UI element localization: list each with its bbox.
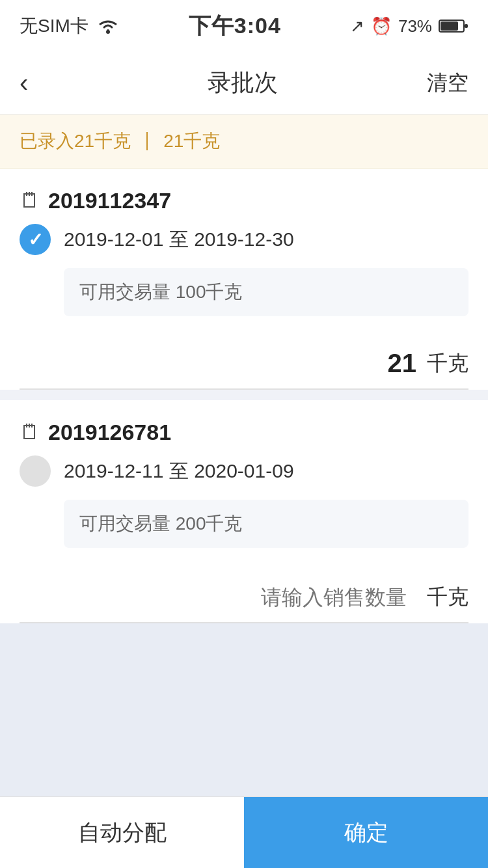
batch-doc-icon-2: 🗒 — [20, 420, 40, 444]
status-left: 无SIM卡 — [20, 14, 120, 38]
info-divider — [146, 132, 148, 150]
recorded-info: 已录入21千克 — [20, 129, 131, 154]
svg-rect-2 — [441, 21, 458, 31]
svg-rect-3 — [465, 24, 468, 28]
status-time: 下午3:04 — [189, 11, 281, 41]
batch-header-1: 🗒 2019112347 — [20, 188, 468, 213]
batch-number-1: 2019112347 — [48, 188, 171, 213]
amount-unit-1: 千克 — [427, 349, 468, 378]
batch-number-2: 2019126781 — [48, 420, 171, 445]
total-info: 21千克 — [163, 129, 220, 154]
radio-selected-1[interactable]: ✓ — [20, 224, 51, 255]
amount-row-1: 21 千克 — [0, 336, 488, 378]
batch-available-1: 可用交易量 100千克 — [64, 268, 468, 316]
svg-point-0 — [106, 30, 110, 34]
auto-distribute-button[interactable]: 自动分配 — [0, 797, 244, 868]
info-banner: 已录入21千克 21千克 — [0, 115, 488, 169]
page-title: 录批次 — [208, 67, 278, 99]
back-button[interactable]: ‹ — [20, 68, 59, 98]
batch-doc-icon-1: 🗒 — [20, 189, 40, 213]
carrier-label: 无SIM卡 — [20, 14, 88, 38]
section-gap — [0, 390, 488, 400]
alarm-icon: ⏰ — [371, 16, 392, 36]
content-wrapper: 已录入21千克 21千克 🗒 2019112347 ✓ 2019-12-01 至… — [0, 115, 488, 868]
wifi-icon — [96, 18, 120, 34]
batch-available-2: 可用交易量 200千克 — [64, 500, 468, 548]
amount-value-1: 21 — [388, 349, 417, 378]
nav-bar: ‹ 录批次 清空 — [0, 52, 488, 115]
input-row-2: 千克 — [0, 567, 488, 612]
batch-card-2: 🗒 2019126781 2019-12-11 至 2020-01-09 可用交… — [0, 400, 488, 623]
status-bar: 无SIM卡 下午3:04 ↗ ⏰ 73% — [0, 0, 488, 52]
bottom-bar: 自动分配 确定 — [0, 796, 488, 868]
clear-button[interactable]: 清空 — [427, 69, 468, 98]
confirm-button[interactable]: 确定 — [244, 797, 488, 868]
batch-row-1[interactable]: ✓ 2019-12-01 至 2019-12-30 — [20, 224, 468, 255]
batch-item-2: 🗒 2019126781 2019-12-11 至 2020-01-09 可用交… — [0, 400, 488, 567]
checkmark-icon-1: ✓ — [28, 229, 43, 251]
batch-date-2: 2019-12-11 至 2020-01-09 — [64, 458, 294, 485]
location-icon: ↗ — [350, 16, 364, 36]
qty-unit-2: 千克 — [427, 583, 468, 612]
batch-card-1: 🗒 2019112347 ✓ 2019-12-01 至 2019-12-30 可… — [0, 169, 488, 390]
batch-row-2[interactable]: 2019-12-11 至 2020-01-09 — [20, 455, 468, 487]
batch-header-2: 🗒 2019126781 — [20, 420, 468, 445]
battery-icon — [439, 18, 468, 34]
battery-label: 73% — [398, 16, 432, 36]
batch-date-1: 2019-12-01 至 2019-12-30 — [64, 226, 294, 253]
quantity-input-2[interactable] — [156, 586, 416, 610]
status-right: ↗ ⏰ 73% — [350, 16, 468, 36]
batch-item-1: 🗒 2019112347 ✓ 2019-12-01 至 2019-12-30 可… — [0, 169, 488, 336]
radio-unselected-2[interactable] — [20, 455, 51, 487]
